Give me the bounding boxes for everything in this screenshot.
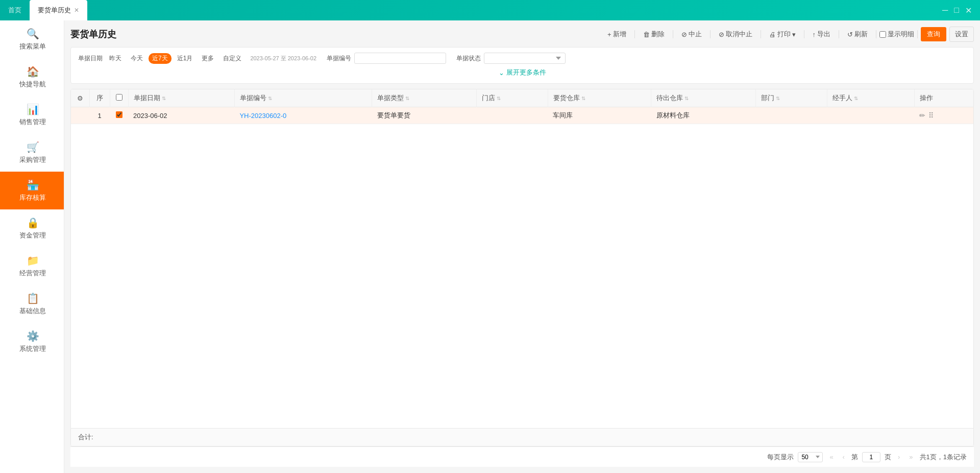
tab-requisition-history[interactable]: 要货单历史 ✕ <box>30 0 87 20</box>
chip-yesterday[interactable]: 昨天 <box>106 53 125 64</box>
sort-bill-type-icon: ⇅ <box>405 96 409 101</box>
table-row[interactable]: 1 2023-06-02 YH-20230602-0 要货单要货 车间库 <box>71 107 973 124</box>
date-chips: 昨天 今天 近7天 近1月 更多 自定义 <box>106 53 245 64</box>
sort-bill-no-icon: ⇅ <box>268 96 272 101</box>
table-container: ⚙ 序 单据日期 ⇅ <box>70 89 974 446</box>
row-checkbox[interactable] <box>116 111 122 118</box>
print-button[interactable]: 🖨 打印 ▾ <box>764 27 801 41</box>
sidebar-item-finance[interactable]: 🔒 资金管理 <box>0 209 64 247</box>
sidebar-item-basic[interactable]: 📋 基础信息 <box>0 285 64 323</box>
chip-custom[interactable]: 自定义 <box>219 53 245 64</box>
divider-6 <box>839 30 839 38</box>
filter-bar: 单据日期 昨天 今天 近7天 近1月 更多 自定义 2023-05-27 至 2… <box>70 47 974 84</box>
td-action: ✏ ⠿ <box>914 107 973 124</box>
status-label: 单据状态 <box>456 54 481 63</box>
th-handler-label: 经手人 <box>832 93 852 103</box>
window-controls: ─ □ ✕ <box>934 6 980 15</box>
sidebar-item-shortcut[interactable]: 🏠 快捷导航 <box>0 58 64 96</box>
new-icon: + <box>607 31 611 38</box>
date-range-text: 2023-05-27 至 2023-06-02 <box>250 55 316 62</box>
sidebar-item-inventory-label: 库存核算 <box>19 193 46 202</box>
stop-button[interactable]: ⊘ 中止 <box>676 27 707 41</box>
query-label: 查询 <box>927 30 940 39</box>
chevron-down-icon: ⌄ <box>499 69 504 77</box>
filter-row-1: 单据日期 昨天 今天 近7天 近1月 更多 自定义 2023-05-27 至 2… <box>78 53 966 64</box>
sidebar-item-sales-label: 销售管理 <box>19 117 46 127</box>
bill-no-link[interactable]: YH-20230602-0 <box>239 112 286 120</box>
total-info: 共1页，1条记录 <box>920 453 967 462</box>
sidebar-item-inventory[interactable]: 🏪 库存核算 <box>0 172 64 209</box>
delete-label: 删除 <box>651 30 665 39</box>
cancel-stop-label: 取消中止 <box>726 30 752 39</box>
expand-more-label: 展开更多条件 <box>506 68 546 77</box>
page-next-button[interactable]: › <box>895 452 902 462</box>
status-select[interactable] <box>484 53 566 64</box>
tab-close-icon[interactable]: ✕ <box>74 7 79 14</box>
th-req-warehouse[interactable]: 要货仓库 ⇅ <box>548 89 651 107</box>
new-button[interactable]: + 新增 <box>602 27 631 41</box>
content-area: 要货单历史 + 新增 🗑 删除 ⊘ 中止 ⊘ <box>64 20 980 473</box>
chip-month1[interactable]: 近1月 <box>174 53 197 64</box>
delete-action-icon[interactable]: ⠿ <box>928 111 934 120</box>
chip-week7[interactable]: 近7天 <box>149 53 172 64</box>
chip-today[interactable]: 今天 <box>127 53 146 64</box>
refresh-button[interactable]: ↺ 刷新 <box>842 27 873 41</box>
page-suffix: 页 <box>885 453 891 462</box>
date-filter-label: 单据日期 <box>78 54 103 63</box>
refresh-label: 刷新 <box>854 30 868 39</box>
export-button[interactable]: ↑ 导出 <box>807 27 836 41</box>
window-minimize-icon[interactable]: ─ <box>942 6 948 15</box>
delete-button[interactable]: 🗑 删除 <box>638 27 670 41</box>
sidebar-item-operations[interactable]: 📁 经营管理 <box>0 247 64 285</box>
chart-icon: 📊 <box>27 103 39 115</box>
page-size-select[interactable]: 20 50 100 200 <box>798 452 823 462</box>
th-store[interactable]: 门店 ⇅ <box>477 89 548 107</box>
chip-more[interactable]: 更多 <box>198 53 217 64</box>
window-close-icon[interactable]: ✕ <box>965 6 972 15</box>
expand-more-button[interactable]: ⌄ 展开更多条件 <box>495 67 550 78</box>
settings-button[interactable]: 设置 <box>949 27 974 42</box>
tab-requisition-label: 要货单历史 <box>38 6 71 15</box>
td-bill-no: YH-20230602-0 <box>234 107 372 124</box>
cancel-stop-button[interactable]: ⊘ 取消中止 <box>714 27 757 41</box>
page-first-button[interactable]: « <box>827 452 836 462</box>
divider-2 <box>673 30 673 38</box>
tab-home[interactable]: 首页 <box>0 0 30 20</box>
bill-no-input[interactable] <box>354 53 446 64</box>
page-prev-button[interactable]: ‹ <box>840 452 847 462</box>
display-detail-toggle[interactable]: 显示明细 <box>879 30 914 39</box>
sidebar-item-purchase[interactable]: 🛒 采购管理 <box>0 134 64 172</box>
sidebar-item-system[interactable]: ⚙️ 系统管理 <box>0 323 64 361</box>
window-maximize-icon[interactable]: □ <box>954 6 959 15</box>
th-bill-no[interactable]: 单据编号 ⇅ <box>234 89 372 107</box>
page-input[interactable] <box>862 452 880 462</box>
th-store-label: 门店 <box>482 93 495 103</box>
th-settings[interactable]: ⚙ <box>71 89 89 107</box>
stop-label: 中止 <box>689 30 702 39</box>
th-department[interactable]: 部门 ⇅ <box>755 89 827 107</box>
th-bill-type[interactable]: 单据类型 ⇅ <box>372 89 477 107</box>
sidebar-item-system-label: 系统管理 <box>19 344 46 353</box>
td-req-warehouse: 车间库 <box>548 107 651 124</box>
display-detail-checkbox[interactable] <box>879 31 886 38</box>
divider-7 <box>876 30 876 38</box>
sidebar-item-sales[interactable]: 📊 销售管理 <box>0 96 64 134</box>
page-title-bar: 要货单历史 + 新增 🗑 删除 ⊘ 中止 ⊘ <box>70 27 974 42</box>
sidebar-item-search[interactable]: 🔍 搜索菜单 <box>0 20 64 58</box>
query-button[interactable]: 查询 <box>921 27 946 41</box>
table-scroll[interactable]: ⚙ 序 单据日期 ⇅ <box>71 89 973 428</box>
th-num: 序 <box>89 89 110 107</box>
select-all-checkbox[interactable] <box>116 94 122 101</box>
th-date[interactable]: 单据日期 ⇅ <box>128 89 234 107</box>
stop-icon: ⊘ <box>681 31 687 38</box>
th-handler[interactable]: 经手人 ⇅ <box>827 89 914 107</box>
th-pending-warehouse[interactable]: 待出仓库 ⇅ <box>651 89 756 107</box>
table-footer: 合计: <box>71 428 973 446</box>
divider-3 <box>710 30 710 38</box>
sidebar-item-finance-label: 资金管理 <box>19 231 46 240</box>
sort-department-icon: ⇅ <box>776 96 780 101</box>
edit-action-icon[interactable]: ✏ <box>919 111 925 120</box>
page-last-button[interactable]: » <box>906 452 915 462</box>
export-icon: ↑ <box>813 31 816 38</box>
warehouse-icon: 🏪 <box>27 179 39 191</box>
